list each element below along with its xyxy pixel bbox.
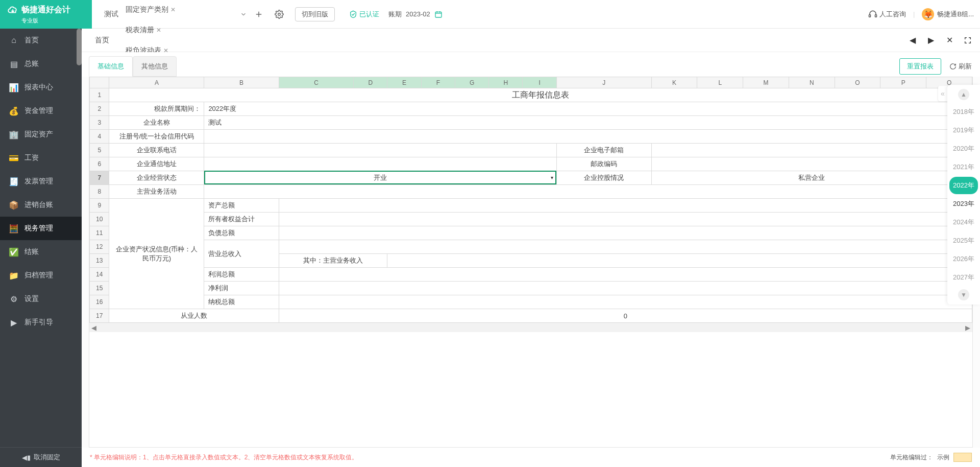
add-button[interactable] xyxy=(250,6,267,23)
user-name: 畅捷通B组... xyxy=(937,10,974,19)
tab-close-icon[interactable]: ✕ xyxy=(170,6,176,13)
period-label: 账期 xyxy=(388,10,402,19)
accounting-period: 账期 2023-02 xyxy=(388,10,443,19)
user-menu[interactable]: 🦊 畅捷通B组... xyxy=(922,8,974,20)
svg-rect-3 xyxy=(435,12,442,17)
period-value: 2023-02 xyxy=(406,10,430,18)
brand-name: 畅捷通好会计 xyxy=(21,5,70,15)
consult-button[interactable]: 人工咨询 xyxy=(868,10,906,19)
svg-rect-8 xyxy=(875,14,877,17)
svg-point-2 xyxy=(278,13,281,15)
tab-label: 固定资产类别 xyxy=(126,5,168,14)
svg-rect-7 xyxy=(869,14,871,17)
brand-logo: 畅捷通好会计 专业版 xyxy=(0,0,92,29)
tab-label: 税表清册 xyxy=(126,26,154,29)
verified-text: 已认证 xyxy=(359,10,379,19)
company-name: 测试 xyxy=(104,10,118,19)
headset-icon xyxy=(868,10,877,19)
switch-old-version-button[interactable]: 切到旧版 xyxy=(295,7,335,21)
cloud-icon xyxy=(7,5,18,16)
shield-check-icon xyxy=(349,10,357,18)
brand-edition: 专业版 xyxy=(21,17,38,25)
tab-close-icon[interactable]: ✕ xyxy=(156,27,161,29)
tab-3[interactable]: 税表清册 ✕ xyxy=(117,20,219,29)
tab-2[interactable]: 固定资产类别 ✕ xyxy=(117,0,219,20)
calendar-icon[interactable] xyxy=(434,10,443,18)
verified-badge: 已认证 xyxy=(349,10,379,19)
avatar-icon: 🦊 xyxy=(922,8,934,20)
chevron-down-icon xyxy=(240,11,247,18)
settings-gear-button[interactable] xyxy=(271,6,288,23)
consult-text: 人工咨询 xyxy=(879,10,906,19)
